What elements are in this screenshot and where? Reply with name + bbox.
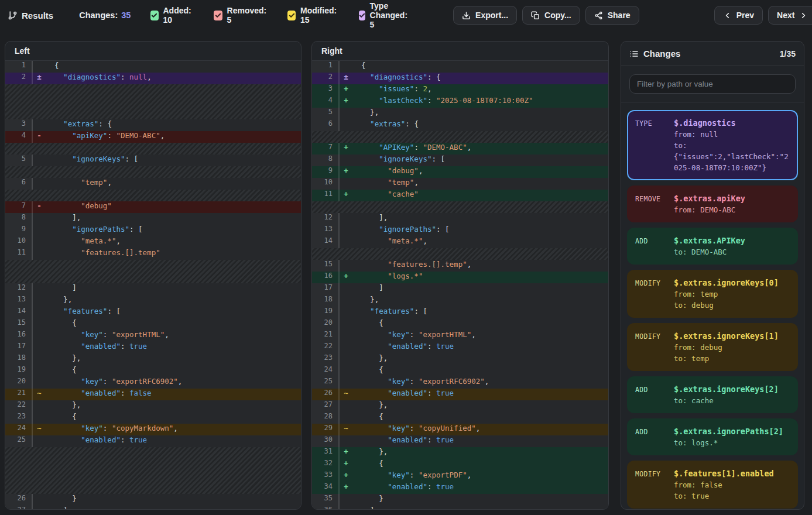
line-number: 17 [312, 283, 340, 295]
diff-marker: + [340, 166, 352, 178]
change-path: $.extras.APIKey [674, 235, 790, 246]
code-text: { [352, 61, 366, 73]
code-row: 15 { [5, 318, 301, 330]
code-text: "key": "exportPDF", [352, 471, 471, 482]
line-number: 35 [312, 494, 340, 506]
change-card[interactable]: MODIFY$.extras.ignoreKeys[0]from: tempto… [627, 270, 798, 318]
change-card[interactable]: REMOVE$.extras.apiKeyfrom: DEMO-ABC [627, 186, 798, 222]
line-number: 21 [5, 389, 33, 400]
code-row: 8 "ignoreKeys": [ [312, 154, 608, 166]
code-text: "temp", [352, 178, 419, 190]
filter-input[interactable] [629, 74, 796, 94]
diff-marker [33, 283, 46, 295]
removed-checkbox[interactable] [214, 11, 222, 20]
line-number: 36 [312, 506, 340, 510]
filter-badge-type-changed[interactable]: Type Changed: 5 [359, 1, 412, 29]
change-card[interactable]: MODIFY$.features[1].enabledfrom: falseto… [627, 461, 798, 509]
code-text: "key": "exportRFC6902", [46, 377, 182, 389]
export-button[interactable]: Export... [453, 6, 517, 25]
change-card[interactable]: ADD$.extras.ignoreKeys[2]to: cache [627, 376, 798, 413]
line-number: 31 [312, 447, 340, 459]
collapsed-gap [5, 166, 301, 178]
code-row: 5 "ignoreKeys": [ [5, 154, 301, 166]
diff-marker [33, 400, 46, 412]
code-text: ] [46, 283, 77, 295]
line-number: 16 [312, 272, 340, 283]
right-panel-title: Right [312, 42, 608, 61]
diff-marker: - [33, 131, 46, 143]
code-text: "apiKey": "DEMO-ABC", [46, 131, 165, 143]
line-number: 3 [5, 119, 33, 131]
code-text: "debug" [46, 201, 112, 213]
change-kind: ADD [635, 383, 674, 406]
code-text: "enabled": true [46, 342, 147, 353]
change-card[interactable]: TYPE$.diagnosticsfrom: nullto: {"issues"… [627, 110, 798, 180]
code-row: 18 }, [5, 353, 301, 365]
left-panel: Left 1 {2± "diagnostics": null,3 "extras… [5, 41, 301, 510]
line-number: 9 [5, 225, 33, 236]
diff-marker [340, 213, 352, 225]
copy-button[interactable]: Copy... [522, 6, 580, 25]
chevron-right-icon [799, 11, 808, 20]
code-row: 25 "enabled": true [5, 435, 301, 447]
filter-badge-modified[interactable]: Modified: 15 [287, 6, 338, 25]
code-row: 9+ "debug", [312, 166, 608, 178]
code-row: 7- "debug" [5, 201, 301, 213]
change-path: $.extras.ignoreKeys[0] [674, 277, 790, 289]
code-row: 1 { [312, 61, 608, 73]
left-code-rows: 1 {2± "diagnostics": null,3 "extras": {4… [5, 61, 301, 510]
line-number: 20 [312, 318, 340, 330]
share-button[interactable]: Share [585, 6, 639, 25]
code-row: 20 { [312, 318, 608, 330]
collapsed-gap [312, 201, 608, 213]
code-row: 34+ "enabled": true [312, 482, 608, 494]
results-title: Results [8, 11, 53, 20]
modified-badge-label: Modified: 15 [300, 6, 339, 25]
code-text: "cache" [352, 190, 419, 201]
code-row: 17 "enabled": true [5, 342, 301, 353]
diff-marker [340, 236, 352, 248]
diff-marker: ± [33, 73, 46, 84]
diff-marker [33, 213, 46, 225]
code-row: 27 }, [312, 400, 608, 412]
chevron-left-icon [723, 11, 732, 20]
filter-badge-removed[interactable]: Removed: 5 [214, 6, 268, 25]
change-kind: TYPE [635, 117, 674, 173]
code-text: "enabled": true [352, 482, 454, 494]
diff-marker: + [340, 84, 352, 96]
diff-marker [340, 108, 352, 119]
diff-marker: + [340, 471, 352, 482]
code-row: 2± "diagnostics": { [312, 73, 608, 84]
code-row: 24 { [312, 365, 608, 377]
code-row: 17 ] [312, 283, 608, 295]
code-row: 28 { [312, 412, 608, 424]
code-row: 35 } [312, 494, 608, 506]
prev-button[interactable]: Prev [714, 6, 763, 25]
code-text: }, [352, 295, 379, 307]
filter-badge-added[interactable]: Added: 10 [150, 6, 193, 25]
line-number: 28 [312, 412, 340, 424]
line-number: 7 [312, 143, 340, 154]
code-text: { [352, 412, 383, 424]
next-button[interactable]: Next [768, 6, 812, 25]
code-row: 16+ "logs.*" [312, 272, 608, 283]
diff-marker [340, 295, 352, 307]
diff-marker [33, 365, 46, 377]
diff-marker [33, 225, 46, 236]
change-to: to: logs.* [674, 437, 790, 448]
code-row: 15 "features.[].temp", [312, 260, 608, 272]
modified-checkbox[interactable] [287, 11, 296, 20]
change-card[interactable]: ADD$.extras.APIKeyto: DEMO-ABC [627, 228, 798, 265]
change-card[interactable]: ADD$.extras.ignorePaths[2]to: logs.* [627, 418, 798, 455]
change-kind: ADD [635, 235, 674, 258]
diff-marker [340, 400, 352, 412]
line-number: 26 [312, 389, 340, 400]
line-number: 11 [5, 248, 33, 260]
diff-marker [340, 154, 352, 166]
change-to: to: true [674, 490, 790, 502]
type-changed-checkbox[interactable] [359, 11, 365, 20]
added-checkbox[interactable] [150, 11, 158, 20]
code-text: "ignorePaths": [ [46, 225, 143, 236]
download-icon [462, 11, 471, 20]
change-card[interactable]: MODIFY$.extras.ignoreKeys[1]from: debugt… [627, 323, 798, 371]
